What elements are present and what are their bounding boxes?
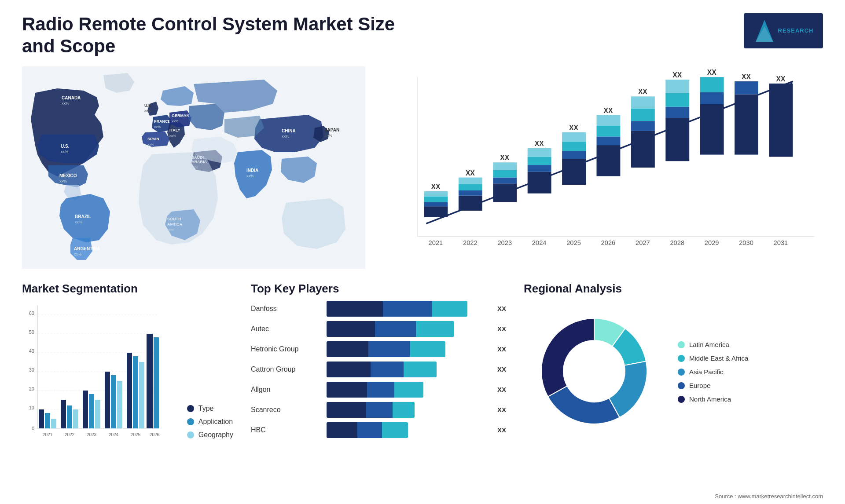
map-container: CANADA xx% U.S. xx% MEXICO xx% BRAZIL xx… [22, 66, 365, 269]
player-row: Cattron GroupXX [251, 362, 506, 377]
bar-chart-container: XX 2021 XX 2022 XX 2023 [383, 66, 823, 269]
svg-text:2029: 2029 [705, 239, 719, 246]
svg-text:BRAZIL: BRAZIL [75, 214, 91, 219]
players-list: DanfossXXAutecXXHetronic GroupXXCattron … [251, 301, 506, 438]
player-row: Hetronic GroupXX [251, 341, 506, 357]
svg-rect-60 [528, 148, 551, 157]
svg-text:2024: 2024 [532, 239, 547, 246]
player-label: XX [497, 406, 506, 413]
regional-legend-item: North America [678, 395, 748, 403]
player-row: DanfossXX [251, 301, 506, 317]
svg-text:xx%: xx% [172, 119, 178, 123]
svg-rect-127 [89, 394, 94, 428]
svg-text:CANADA: CANADA [62, 95, 81, 100]
player-name: Hetronic Group [251, 345, 321, 353]
bar-segment [375, 321, 416, 337]
svg-rect-94 [735, 81, 758, 94]
bar-segment [410, 341, 445, 357]
regional-legend-dot [678, 382, 685, 389]
svg-rect-69 [597, 145, 621, 176]
regional-legend-item: Latin America [678, 341, 748, 348]
legend-type: Type [187, 405, 233, 413]
logo-line3: INTELLECT [778, 34, 814, 42]
svg-rect-70 [597, 136, 621, 145]
svg-rect-41 [424, 196, 448, 202]
svg-rect-53 [493, 170, 517, 178]
svg-text:2025: 2025 [131, 432, 141, 437]
donut-area: Latin AmericaMiddle East & AfricaAsia Pa… [524, 301, 823, 443]
svg-text:XX: XX [672, 71, 682, 79]
regional-container: Regional Analysis Latin AmericaMiddle Ea… [524, 282, 823, 493]
player-name: Cattron Group [251, 365, 321, 373]
svg-text:MEXICO: MEXICO [59, 173, 77, 178]
bar-segment [432, 301, 467, 317]
player-name: Scanreco [251, 406, 321, 414]
page-wrapper: Radio Remote Control System Market Size … [0, 0, 845, 504]
bar-segment [327, 301, 383, 317]
svg-rect-72 [597, 115, 621, 126]
svg-marker-1 [756, 26, 773, 42]
logo-line1: MARKET [778, 20, 814, 27]
svg-text:2021: 2021 [43, 432, 53, 437]
svg-rect-143 [147, 334, 152, 428]
svg-text:2023: 2023 [497, 239, 512, 246]
player-name: Danfoss [251, 305, 321, 313]
svg-text:2022: 2022 [463, 239, 478, 246]
svg-rect-52 [493, 177, 517, 183]
svg-text:XX: XX [466, 169, 475, 176]
svg-text:2030: 2030 [739, 239, 753, 246]
svg-text:20: 20 [29, 386, 34, 391]
svg-text:xx%: xx% [147, 142, 154, 146]
legend-geography: Geography [187, 431, 233, 439]
svg-rect-122 [61, 400, 66, 428]
svg-rect-46 [459, 190, 482, 196]
svg-rect-59 [528, 157, 551, 165]
svg-text:XX: XX [638, 88, 647, 95]
svg-rect-119 [45, 413, 50, 428]
svg-rect-48 [459, 177, 482, 184]
world-map-svg: CANADA xx% U.S. xx% MEXICO xx% BRAZIL xx… [22, 66, 365, 269]
logo-icon [753, 18, 775, 44]
bar-segment [327, 422, 357, 438]
bar-segment [368, 341, 410, 357]
player-bar [327, 301, 489, 317]
bar-segment [393, 402, 415, 418]
bar-segment [327, 321, 375, 337]
svg-text:0: 0 [32, 426, 34, 431]
svg-rect-76 [631, 121, 655, 131]
page-title: Radio Remote Control System Market Size … [22, 13, 418, 58]
svg-text:xx%: xx% [144, 109, 151, 113]
donut-segment [541, 318, 594, 397]
player-name: HBC [251, 426, 321, 434]
regional-title: Regional Analysis [524, 282, 823, 296]
player-bar [327, 382, 489, 398]
svg-text:2024: 2024 [109, 432, 119, 437]
donut-svg-wrap [524, 301, 665, 443]
svg-rect-118 [39, 409, 44, 428]
player-label: XX [497, 386, 506, 393]
player-bar [327, 422, 489, 438]
svg-text:50: 50 [29, 329, 34, 335]
svg-rect-82 [665, 107, 689, 118]
svg-rect-128 [95, 400, 100, 428]
svg-text:xx%: xx% [282, 134, 289, 139]
bar-segment [327, 362, 371, 377]
bar-segment [371, 362, 404, 377]
svg-rect-75 [631, 131, 655, 167]
player-bar [327, 362, 489, 377]
svg-text:ITALY: ITALY [169, 128, 180, 132]
svg-text:xx%: xx% [154, 125, 161, 129]
svg-rect-81 [665, 118, 689, 161]
regional-legend-label: Asia Pacific [689, 368, 724, 376]
regional-legend-label: Middle East & Africa [689, 354, 748, 362]
bar-segment [327, 402, 366, 418]
svg-text:ARGENTINA: ARGENTINA [74, 246, 100, 251]
legend-label-application: Application [198, 418, 233, 426]
bar-segment [394, 382, 423, 398]
svg-rect-123 [67, 405, 72, 428]
donut-segment [548, 386, 620, 424]
svg-rect-42 [424, 191, 448, 197]
svg-rect-58 [528, 165, 551, 172]
svg-text:2022: 2022 [65, 432, 75, 437]
regional-legend-item: Asia Pacific [678, 368, 748, 376]
